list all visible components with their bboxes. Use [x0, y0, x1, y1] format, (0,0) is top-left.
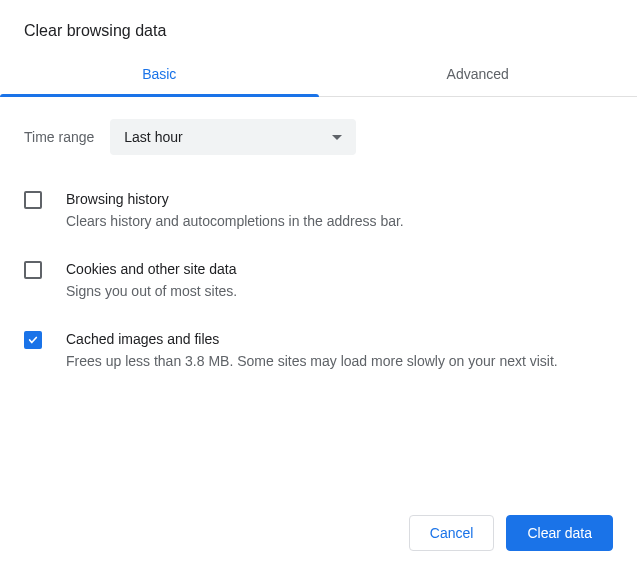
- option-text: Cached images and files Frees up less th…: [66, 329, 613, 371]
- chevron-down-icon: [332, 135, 342, 140]
- option-desc: Frees up less than 3.8 MB. Some sites ma…: [66, 351, 613, 371]
- cancel-button[interactable]: Cancel: [409, 515, 495, 551]
- dialog-title: Clear browsing data: [0, 0, 637, 54]
- option-title: Cached images and files: [66, 329, 613, 349]
- options-list: Browsing history Clears history and auto…: [0, 163, 637, 385]
- tabs: Basic Advanced: [0, 54, 637, 97]
- option-title: Browsing history: [66, 189, 613, 209]
- option-browsing-history: Browsing history Clears history and auto…: [24, 175, 613, 245]
- option-text: Cookies and other site data Signs you ou…: [66, 259, 613, 301]
- dialog-actions: Cancel Clear data: [409, 515, 613, 551]
- option-title: Cookies and other site data: [66, 259, 613, 279]
- checkbox-cached[interactable]: [24, 331, 42, 349]
- option-cached: Cached images and files Frees up less th…: [24, 315, 613, 385]
- checkbox-browsing-history[interactable]: [24, 191, 42, 209]
- checkbox-cookies[interactable]: [24, 261, 42, 279]
- time-range-selected: Last hour: [124, 129, 182, 145]
- time-range-label: Time range: [24, 129, 94, 145]
- time-range-row: Time range Last hour: [0, 97, 637, 163]
- option-cookies: Cookies and other site data Signs you ou…: [24, 245, 613, 315]
- tab-advanced[interactable]: Advanced: [319, 54, 638, 96]
- option-text: Browsing history Clears history and auto…: [66, 189, 613, 231]
- option-desc: Signs you out of most sites.: [66, 281, 613, 301]
- clear-data-button[interactable]: Clear data: [506, 515, 613, 551]
- checkmark-icon: [27, 335, 39, 345]
- time-range-select[interactable]: Last hour: [110, 119, 356, 155]
- option-desc: Clears history and autocompletions in th…: [66, 211, 613, 231]
- tab-basic[interactable]: Basic: [0, 54, 319, 96]
